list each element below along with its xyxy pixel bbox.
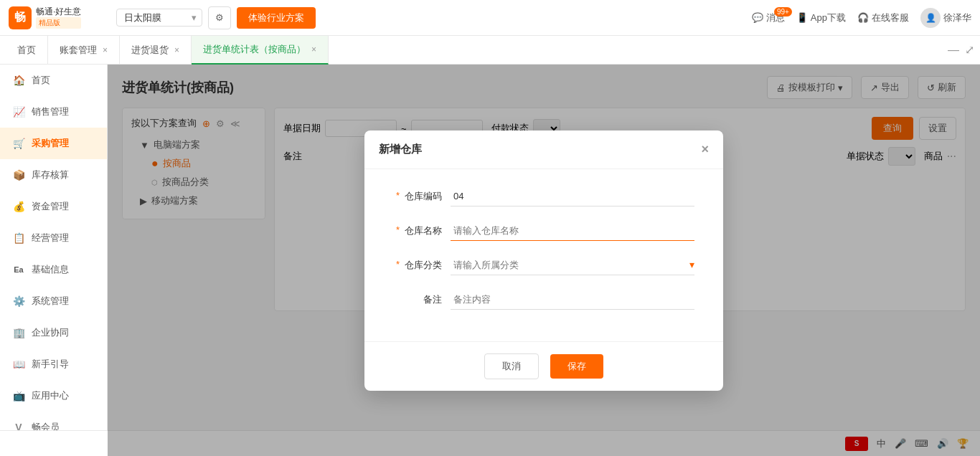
tab-account[interactable]: 账套管理 × xyxy=(48,36,120,65)
form-row-remark: 备注 xyxy=(393,290,694,310)
sidebar-item-operation[interactable]: 📋 经营管理 xyxy=(0,222,107,254)
inventory-icon: 📦 xyxy=(11,168,26,182)
code-label: 仓库编码 xyxy=(393,190,451,203)
sidebar-item-inventory[interactable]: 📦 库存核算 xyxy=(0,159,107,191)
dialog-header: 新增仓库 × xyxy=(364,130,723,169)
operation-icon: 📋 xyxy=(11,231,26,245)
sidebar-enterprise-label: 企业协同 xyxy=(32,326,69,339)
sidebar-finance-label: 资金管理 xyxy=(32,200,69,213)
sidebar: 🏠 首页 📈 销售管理 🛒 采购管理 📦 库存核算 💰 资金管理 📋 经营管理 … xyxy=(0,65,108,456)
dialog-footer: 取消 保存 xyxy=(364,341,723,391)
tab-purchase-return-close[interactable]: × xyxy=(174,45,179,55)
guide-icon: 📖 xyxy=(11,357,26,371)
sidebar-inventory-label: 库存核算 xyxy=(32,168,69,181)
apps-icon: 📺 xyxy=(11,389,26,403)
sidebar-item-basic[interactable]: Ea 基础信息 xyxy=(0,254,107,285)
dialog-overlay: 新增仓库 × 仓库编码 仓库名称 仓库分类 xyxy=(108,65,980,456)
add-warehouse-dialog: 新增仓库 × 仓库编码 仓库名称 仓库分类 xyxy=(364,130,723,391)
tab-purchase-stat-label: 进货单统计表（按商品） xyxy=(203,43,306,56)
category-select-wrap[interactable]: ▾ xyxy=(451,255,694,275)
category-input[interactable] xyxy=(451,255,689,275)
finance-icon: 💰 xyxy=(11,199,26,214)
online-service-label: 在线客服 xyxy=(872,11,909,24)
tab-purchase-return-label: 进货退货 xyxy=(131,44,169,57)
sidebar-apps-label: 应用中心 xyxy=(32,389,69,402)
remark-input[interactable] xyxy=(451,290,694,310)
dialog-close-button[interactable]: × xyxy=(701,142,709,157)
save-button[interactable]: 保存 xyxy=(550,354,603,379)
sidebar-item-system[interactable]: ⚙️ 系统管理 xyxy=(0,285,107,317)
dialog-body: 仓库编码 仓库名称 仓库分类 ▾ xyxy=(364,169,723,341)
app-download-item[interactable]: 📱 App下载 xyxy=(796,11,846,24)
enterprise-icon: 🏢 xyxy=(11,326,26,340)
username: 徐泽华 xyxy=(943,11,971,24)
sidebar-home-label: 首页 xyxy=(32,74,50,87)
remark-label: 备注 xyxy=(393,293,451,306)
user-area[interactable]: 👤 徐泽华 xyxy=(920,8,971,28)
name-label: 仓库名称 xyxy=(393,224,451,237)
dialog-title: 新增仓库 xyxy=(379,143,422,156)
tab-bar-controls: — ⤢ xyxy=(948,43,974,57)
form-row-category: 仓库分类 ▾ xyxy=(393,255,694,275)
sidebar-system-label: 系统管理 xyxy=(32,295,69,308)
logo-sub: 精品版 xyxy=(36,17,81,29)
sidebar-purchase-label: 采购管理 xyxy=(32,137,69,150)
category-dropdown-icon: ▾ xyxy=(689,259,694,270)
notification-badge: 99+ xyxy=(774,7,792,16)
headset-icon: 🎧 xyxy=(857,12,869,23)
header-right: 💬 消息 99+ 📱 App下载 🎧 在线客服 👤 徐泽华 xyxy=(752,8,971,28)
sales-icon: 📈 xyxy=(11,105,26,119)
sidebar-item-purchase[interactable]: 🛒 采购管理 xyxy=(0,128,107,159)
tab-purchase-stat-close[interactable]: × xyxy=(311,44,316,54)
sidebar-guide-label: 新手引导 xyxy=(32,358,69,371)
sidebar-sales-label: 销售管理 xyxy=(32,105,69,118)
home-icon: 🏠 xyxy=(11,73,26,87)
main-layout: 🏠 首页 📈 销售管理 🛒 采购管理 📦 库存核算 💰 资金管理 📋 经营管理 … xyxy=(0,65,980,456)
search-select[interactable]: 日太阳膜 xyxy=(116,9,202,27)
tab-account-label: 账套管理 xyxy=(60,44,97,57)
trial-button[interactable]: 体验行业方案 xyxy=(237,7,316,29)
sidebar-item-home[interactable]: 🏠 首页 xyxy=(0,65,107,96)
sidebar-item-apps[interactable]: 📺 应用中心 xyxy=(0,380,107,412)
top-header: 畅 畅通·好生意 精品版 日太阳膜 ⚙ 体验行业方案 💬 消息 99+ 📱 Ap… xyxy=(0,0,980,36)
settings-icon[interactable]: ⚙ xyxy=(208,6,231,29)
sidebar-item-guide[interactable]: 📖 新手引导 xyxy=(0,348,107,380)
sidebar-operation-label: 经营管理 xyxy=(32,232,69,244)
content-area: 进货单统计(按商品) 🖨 按模板打印 ▾ ↗ 导出 ↺ 刷新 xyxy=(108,65,980,456)
search-area: 日太阳膜 ⚙ 体验行业方案 xyxy=(116,6,752,29)
system-icon: ⚙️ xyxy=(11,294,26,308)
purchase-icon: 🛒 xyxy=(11,136,26,151)
logo-title: 畅通·好生意 xyxy=(36,6,81,18)
sidebar-item-sales[interactable]: 📈 销售管理 xyxy=(0,96,107,128)
logo-icon: 畅 xyxy=(9,6,32,29)
sidebar-basic-label: 基础信息 xyxy=(32,263,69,276)
notification-item[interactable]: 💬 消息 99+ xyxy=(752,11,785,24)
tab-maximize-icon[interactable]: ⤢ xyxy=(965,43,974,57)
name-input[interactable] xyxy=(451,221,694,241)
sidebar-item-enterprise[interactable]: 🏢 企业协同 xyxy=(0,317,107,348)
tab-account-close[interactable]: × xyxy=(103,45,108,55)
tab-home-label: 首页 xyxy=(17,44,36,57)
code-input[interactable] xyxy=(451,186,694,206)
form-row-name: 仓库名称 xyxy=(393,221,694,241)
sidebar-item-finance[interactable]: 💰 资金管理 xyxy=(0,191,107,222)
avatar: 👤 xyxy=(920,8,941,28)
tab-purchase-return[interactable]: 进货退货 × xyxy=(120,36,192,65)
tab-minimize-icon[interactable]: — xyxy=(948,44,959,57)
tab-purchase-stat[interactable]: 进货单统计表（按商品） × xyxy=(192,36,329,65)
form-row-code: 仓库编码 xyxy=(393,186,694,206)
app-download-label: App下载 xyxy=(811,11,846,24)
phone-icon: 📱 xyxy=(796,12,808,23)
basic-icon: Ea xyxy=(11,262,26,277)
search-select-wrap[interactable]: 日太阳膜 xyxy=(116,9,202,27)
tab-home[interactable]: 首页 xyxy=(6,36,48,65)
online-service-item[interactable]: 🎧 在线客服 xyxy=(857,11,909,24)
category-label: 仓库分类 xyxy=(393,259,451,272)
tab-bar: 首页 账套管理 × 进货退货 × 进货单统计表（按商品） × — ⤢ xyxy=(0,36,980,65)
logo-area: 畅 畅通·好生意 精品版 xyxy=(9,6,116,29)
cancel-button[interactable]: 取消 xyxy=(484,353,539,379)
message-icon: 💬 xyxy=(752,12,763,23)
